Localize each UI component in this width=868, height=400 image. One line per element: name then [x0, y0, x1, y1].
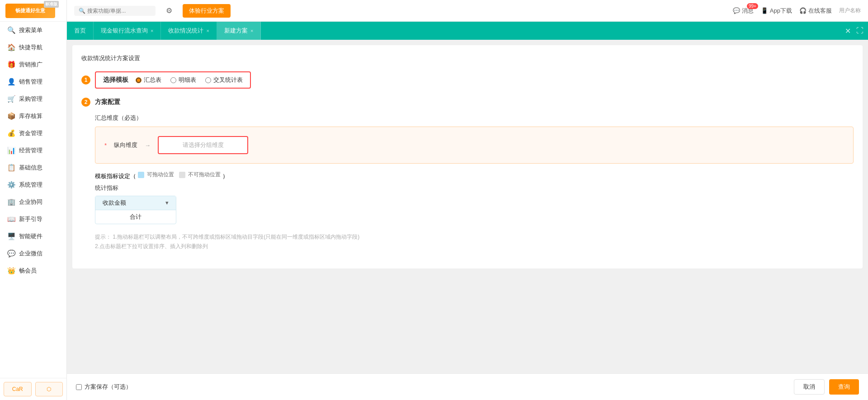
logo-image: 畅捷通好生意 标准版 [5, 4, 55, 18]
tips-section: 提示： 1.拖动标题栏可以调整布局，不可跨维度或指标区域拖动目字段(只能在同一维… [95, 233, 854, 250]
sidebar-item-system[interactable]: ⚙️ 系统管理 [0, 176, 66, 193]
tab-receipt-stats-label: 收款情况统计 [168, 27, 203, 35]
save-checkbox-label: 方案保存（可选） [85, 383, 132, 391]
money-icon: 💰 [7, 129, 15, 137]
tab-bank-flow-close[interactable]: × [151, 28, 153, 33]
service-label: 在线客服 [808, 7, 832, 15]
save-checkbox[interactable]: 方案保存（可选） [76, 383, 132, 391]
chevron-down-icon[interactable]: ▾ [165, 199, 169, 206]
tab-bar: 首页 现金银行流水查询 × 收款情况统计 × 新建方案 × ✕ ⛶ [67, 22, 868, 40]
sidebar-bottom-btn1-label: CaR [12, 386, 23, 392]
monitor-icon: 🖥️ [7, 232, 15, 240]
cancel-button[interactable]: 取消 [794, 379, 825, 395]
tab-new-plan-label: 新建方案 [224, 27, 248, 35]
sidebar-bottom-btn1[interactable]: CaR [4, 382, 32, 396]
radio-summary-input[interactable] [136, 77, 142, 83]
sidebar-item-label: 营销推广 [19, 61, 42, 69]
metrics-table: 收款金额 ▾ 合计 [95, 196, 176, 224]
radio-detail-input[interactable] [170, 77, 176, 83]
notification-item[interactable]: 💬 消息 99+ [733, 7, 754, 15]
clipboard-icon: 📋 [7, 164, 15, 172]
step2-number: 2 [81, 98, 90, 107]
save-checkbox-input[interactable] [76, 384, 82, 390]
book-icon: 📖 [7, 215, 15, 223]
step1-section: 1 选择模板 汇总表 明细表 [81, 71, 854, 89]
download-item[interactable]: 📱 App下载 [761, 7, 792, 15]
tab-new-plan[interactable]: 新建方案 × [217, 22, 261, 40]
sidebar-item-member[interactable]: 👑 畅会员 [0, 262, 66, 279]
sidebar-item-label: 库存核算 [19, 112, 42, 120]
dimension-input-box[interactable]: 请选择分组维度 [158, 136, 248, 154]
metrics-table-header[interactable]: 收款金额 ▾ [95, 196, 176, 210]
radio-detail[interactable]: 明细表 [170, 76, 196, 84]
tab-home[interactable]: 首页 [67, 22, 94, 40]
tab-expand-icon[interactable]: ⛶ [856, 27, 863, 35]
topbar-right: 💬 消息 99+ 📱 App下载 🎧 在线客服 用户名称 [733, 7, 861, 15]
tab-receipt-stats[interactable]: 收款情况统计 × [161, 22, 217, 40]
sidebar-item-purchase[interactable]: 🛒 采购管理 [0, 90, 66, 108]
tab-close-all-icon[interactable]: ✕ [845, 27, 851, 35]
sidebar-item-finance[interactable]: 💰 资金管理 [0, 125, 66, 142]
tab-new-plan-close[interactable]: × [250, 28, 253, 33]
box-icon: 📦 [7, 112, 15, 120]
radio-cross-input[interactable] [205, 77, 211, 83]
radio-cross[interactable]: 交叉统计表 [205, 76, 243, 84]
metrics-section-label: 模板指标设定（ 可拖动位置 不可拖动位置 ） [95, 171, 228, 180]
sidebar-item-enterprise[interactable]: 🏢 企业协同 [0, 193, 66, 211]
logo-tag: 标准版 [44, 1, 59, 8]
sidebar-item-search-menu[interactable]: 🔍 搜索菜单 [0, 22, 66, 39]
gear-settings-icon[interactable]: ⚙ [163, 5, 175, 17]
tab-receipt-stats-close[interactable]: × [206, 28, 209, 33]
dimension-arrow: → [145, 142, 151, 149]
metrics-draggable-tag: 可拖动位置 [138, 171, 174, 179]
sidebar-item-operation[interactable]: 📊 经营管理 [0, 142, 66, 159]
content-area: 收款情况统计方案设置 1 选择模板 汇总表 [67, 40, 868, 373]
tab-home-label: 首页 [74, 27, 86, 35]
step1-title: 选择模板 [103, 76, 128, 84]
sidebar-bottom-btn2-label: ⬡ [47, 386, 51, 392]
radio-summary[interactable]: 汇总表 [136, 76, 161, 84]
search-box[interactable]: 🔍 [74, 6, 156, 16]
logo-text: 畅捷通好生意 [15, 7, 45, 14]
query-button[interactable]: 查询 [829, 379, 859, 395]
sidebar-item-inventory[interactable]: 📦 库存核算 [0, 108, 66, 125]
sidebar-item-wechat[interactable]: 💬 企业微信 [0, 245, 66, 262]
industry-btn[interactable]: 体验行业方案 [183, 4, 231, 18]
chart-icon: 📊 [7, 146, 15, 155]
step2-title: 方案配置 [95, 98, 120, 106]
step1-header: 1 选择模板 汇总表 明细表 [81, 71, 854, 89]
notification-icon: 💬 [733, 7, 740, 14]
sidebar-item-label: 企业协同 [19, 198, 42, 206]
sidebar-bottom-btn2[interactable]: ⬡ [35, 382, 63, 396]
draggable-color-box [138, 172, 144, 178]
stats-label: 统计指标 [95, 184, 176, 192]
gear-icon: ⚙️ [7, 181, 15, 189]
template-radio-group: 汇总表 明细表 交叉统计表 [136, 76, 243, 84]
sidebar-item-basic-info[interactable]: 📋 基础信息 [0, 159, 66, 176]
sidebar-item-quick-nav[interactable]: 🏠 快捷导航 [0, 39, 66, 56]
sidebar-item-sales[interactable]: 👤 销售管理 [0, 73, 66, 90]
search-menu-icon: 🔍 [7, 26, 15, 34]
cart-icon: 🛒 [7, 95, 15, 103]
sidebar-item-newbie[interactable]: 📖 新手引导 [0, 211, 66, 228]
page-title: 收款情况统计方案设置 [81, 54, 854, 62]
sidebar-item-label: 搜索菜单 [19, 26, 42, 34]
tabs-right-controls: ✕ ⛶ [840, 22, 868, 40]
service-item[interactable]: 🎧 在线客服 [799, 7, 832, 15]
sidebar-item-smart-hw[interactable]: 🖥️ 智能硬件 [0, 228, 66, 245]
summary-dimension-label: 汇总维度（必选） [95, 114, 854, 122]
tab-bank-flow[interactable]: 现金银行流水查询 × [94, 22, 161, 40]
chat-icon: 💬 [7, 249, 15, 258]
metrics-header-text: 收款金额 [103, 199, 126, 207]
undraggable-color-box [179, 172, 185, 178]
metrics-label-row: 模板指标设定（ 可拖动位置 不可拖动位置 ） [95, 171, 854, 180]
sidebar-item-marketing[interactable]: 🎁 营销推广 [0, 56, 66, 73]
step1-number: 1 [81, 75, 90, 85]
sidebar: 畅捷通好生意 标准版 🔍 搜索菜单 🏠 快捷导航 🎁 营销推广 👤 销售管理 🛒… [0, 0, 67, 400]
metrics-content: 统计指标 收款金额 ▾ 合计 [95, 184, 854, 224]
stats-label-area: 统计指标 收款金额 ▾ 合计 [95, 184, 176, 224]
sidebar-item-label: 销售管理 [19, 78, 42, 86]
gift-icon: 🎁 [7, 61, 15, 69]
person-icon: 👤 [7, 78, 15, 86]
search-input[interactable] [87, 8, 146, 14]
